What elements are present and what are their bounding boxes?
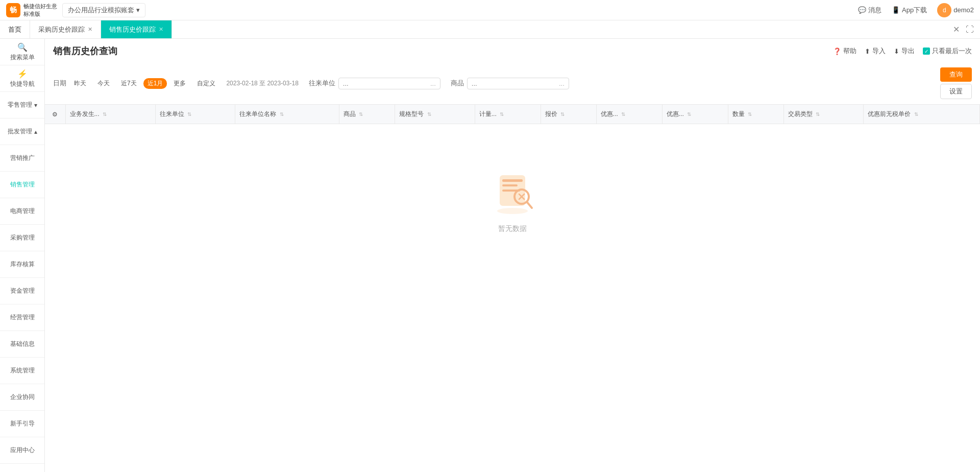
sort-icon: ⇅ xyxy=(748,111,752,117)
sidebar-item-basic[interactable]: 基础信息 xyxy=(0,331,44,358)
col-partner-code[interactable]: 往来单位 ⇅ xyxy=(155,105,235,124)
sidebar-item-enterprise[interactable]: 企业协同 xyxy=(0,384,44,411)
date-label: 日期 xyxy=(53,79,66,88)
chevron-down-icon: ▾ xyxy=(34,102,37,109)
help-btn[interactable]: ❓ 帮助 xyxy=(833,46,856,56)
goods-input-wrap[interactable]: ... xyxy=(467,78,569,89)
sales-history-tab-label: 销售历史价跟踪 xyxy=(109,25,156,34)
content-area: 销售历史价查询 ❓ 帮助 ⬆ 导入 ⬇ 导出 ✓ xyxy=(45,39,980,472)
sidebar-item-operations[interactable]: 经营管理 xyxy=(0,304,44,331)
user-profile[interactable]: d demo2 xyxy=(937,3,974,17)
date-btn-yesterday[interactable]: 昨天 xyxy=(69,78,91,89)
sort-icon: ⇅ xyxy=(103,111,107,117)
app-download-btn[interactable]: 📱 App下载 xyxy=(892,6,927,15)
topbar: 畅 畅捷信好生意 标准版 办公用品行业模拟账套 ▾ 💬 消息 📱 App下载 d… xyxy=(0,0,980,20)
sort-icon: ⇅ xyxy=(359,111,363,117)
svg-line-6 xyxy=(527,202,532,208)
close-tab-btn[interactable]: ✕ xyxy=(953,25,960,34)
sidebar-item-finance[interactable]: 资金管理 xyxy=(0,278,44,304)
message-icon: 💬 xyxy=(858,6,866,14)
col-biz-date[interactable]: 业务发生... ⇅ xyxy=(65,105,155,124)
gear-icon: ⚙ xyxy=(49,111,61,118)
col-unit[interactable]: 计量... ⇅ xyxy=(475,105,541,124)
sidebar-item-inventory[interactable]: 库存核算 xyxy=(0,251,44,278)
col-quote[interactable]: 报价 ⇅ xyxy=(541,105,596,124)
app-selector[interactable]: 办公用品行业模拟账套 ▾ xyxy=(62,3,145,17)
sort-icon: ⇅ xyxy=(187,111,191,117)
date-btn-custom[interactable]: 自定义 xyxy=(192,78,220,89)
results-table: ⚙ 业务发生... ⇅ 往来单位 ⇅ 往来单位名称 ⇅ xyxy=(45,105,980,124)
partner-input-wrap[interactable]: ... xyxy=(338,78,440,89)
col-partner-name[interactable]: 往来单位名称 ⇅ xyxy=(235,105,339,124)
sales-history-tab-close[interactable]: ✕ xyxy=(159,26,163,33)
empty-icon xyxy=(487,165,538,216)
only-last-checkbox[interactable]: ✓ 只看最后一次 xyxy=(923,46,972,56)
partner-input[interactable] xyxy=(343,80,430,87)
date-btn-7days[interactable]: 近7天 xyxy=(116,78,141,89)
chevron-down-icon: ▾ xyxy=(136,6,140,14)
svg-point-0 xyxy=(497,208,528,214)
svg-rect-3 xyxy=(502,184,518,186)
checkbox-icon: ✓ xyxy=(923,48,930,55)
sort-icon: ⇅ xyxy=(687,111,691,117)
search-button[interactable]: 查询 xyxy=(940,67,972,82)
tab-purchase-history[interactable]: 采购历史价跟踪 ✕ xyxy=(30,20,101,38)
goods-input[interactable] xyxy=(472,80,559,87)
sidebar: 🔍 搜索菜单 ⚡ 快捷导航 零售管理 ▾ 批发管理 ▴ 营销推广 销售管理 电商… xyxy=(0,39,45,472)
sidebar-item-ecommerce[interactable]: 电商管理 xyxy=(0,198,44,225)
sidebar-item-purchase[interactable]: 采购管理 xyxy=(0,225,44,251)
main-layout: 🔍 搜索菜单 ⚡ 快捷导航 零售管理 ▾ 批发管理 ▴ 营销推广 销售管理 电商… xyxy=(0,39,980,472)
date-btn-more[interactable]: 更多 xyxy=(169,78,190,89)
filter-right-buttons: 查询 设置 xyxy=(940,67,972,99)
phone-icon: 📱 xyxy=(892,6,900,14)
sidebar-item-shortcut[interactable]: ⚡ 快捷导航 xyxy=(0,65,44,92)
logo-area: 畅 畅捷信好生意 标准版 xyxy=(6,3,57,17)
col-spec[interactable]: 规格型号 ⇅ xyxy=(395,105,475,124)
col-settings[interactable]: ⚙ xyxy=(45,105,65,124)
date-btn-today[interactable]: 今天 xyxy=(93,78,114,89)
import-btn[interactable]: ⬆ 导入 xyxy=(865,46,886,56)
page-title-row: 销售历史价查询 ❓ 帮助 ⬆ 导入 ⬇ 导出 ✓ xyxy=(53,45,972,57)
table-header-row: ⚙ 业务发生... ⇅ 往来单位 ⇅ 往来单位名称 ⇅ xyxy=(45,105,980,124)
msg-btn[interactable]: 💬 消息 xyxy=(858,6,881,15)
sidebar-item-guide[interactable]: 新手引导 xyxy=(0,411,44,437)
chevron-up-icon: ▴ xyxy=(34,128,37,135)
sidebar-item-search[interactable]: 🔍 搜索菜单 xyxy=(0,39,44,65)
date-btn-1month[interactable]: 近1月 xyxy=(143,78,167,89)
col-discount2[interactable]: 优惠... ⇅ xyxy=(662,105,728,124)
sidebar-item-appstore[interactable]: 应用中心 xyxy=(0,437,44,464)
tab-sales-history[interactable]: 销售历史价跟踪 ✕ xyxy=(101,20,172,38)
export-icon: ⬇ xyxy=(894,48,899,55)
purchase-history-tab-close[interactable]: ✕ xyxy=(88,26,92,33)
import-icon: ⬆ xyxy=(865,48,870,55)
settings-button[interactable]: 设置 xyxy=(940,84,972,99)
topbar-right: 💬 消息 📱 App下载 d demo2 xyxy=(858,3,974,17)
avatar: d xyxy=(937,3,951,17)
sort-icon: ⇅ xyxy=(816,111,820,117)
maximize-btn[interactable]: ⛶ xyxy=(966,25,974,34)
sort-icon: ⇅ xyxy=(560,111,565,117)
sidebar-item-wechat[interactable]: 企业微信 xyxy=(0,464,44,472)
purchase-history-tab-label: 采购历史价跟踪 xyxy=(38,25,85,34)
col-discount1[interactable]: 优惠... ⇅ xyxy=(596,105,662,124)
empty-text: 暂无数据 xyxy=(498,224,527,233)
tabbar: 首页 采购历史价跟踪 ✕ 销售历史价跟踪 ✕ ✕ ⛶ xyxy=(0,20,980,39)
svg-rect-2 xyxy=(502,179,523,182)
export-btn[interactable]: ⬇ 导出 xyxy=(894,46,915,56)
empty-svg xyxy=(487,165,538,216)
col-tx-type[interactable]: 交易类型 ⇅ xyxy=(783,105,864,124)
col-goods[interactable]: 商品 ⇅ xyxy=(339,105,395,124)
table-header: ⚙ 业务发生... ⇅ 往来单位 ⇅ 往来单位名称 ⇅ xyxy=(45,105,980,124)
col-pretax[interactable]: 优惠前无税单价 ⇅ xyxy=(864,105,980,124)
date-filter-group: 日期 昨天 今天 近7天 近1月 更多 自定义 2023-02-18 至 202… xyxy=(53,78,299,89)
sidebar-item-sales[interactable]: 销售管理 xyxy=(0,172,44,198)
tab-actions: ✕ ⛶ xyxy=(947,20,980,38)
sidebar-item-retail[interactable]: 零售管理 ▾ xyxy=(0,92,44,119)
logo-text: 畅捷信好生意 标准版 xyxy=(23,3,57,17)
sidebar-item-wholesale[interactable]: 批发管理 ▴ xyxy=(0,119,44,145)
tab-home[interactable]: 首页 xyxy=(0,20,30,38)
sidebar-item-marketing[interactable]: 营销推广 xyxy=(0,145,44,172)
sidebar-item-system[interactable]: 系统管理 xyxy=(0,358,44,384)
search-icon: 🔍 xyxy=(17,42,28,52)
col-qty[interactable]: 数量 ⇅ xyxy=(728,105,783,124)
